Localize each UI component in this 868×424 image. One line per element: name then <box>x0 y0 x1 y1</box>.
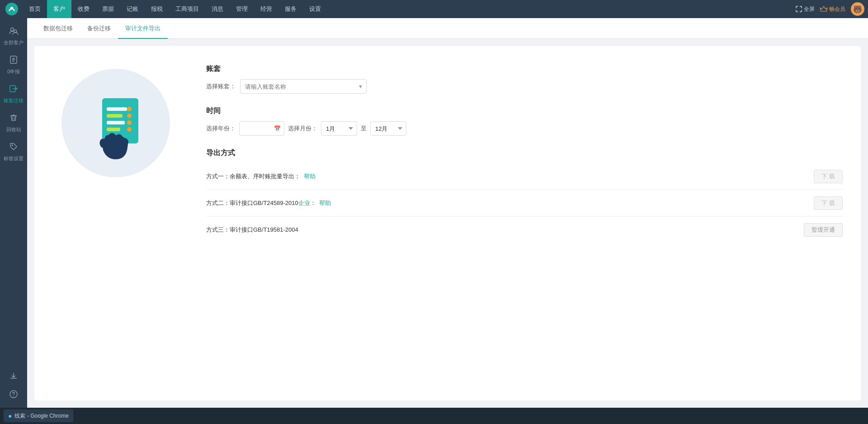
sidebar-item-migrate[interactable]: 账套迁移 <box>0 80 27 109</box>
nav-invoice[interactable]: 票据 <box>96 0 120 18</box>
nav-settings[interactable]: 设置 <box>303 0 327 18</box>
tab-data-migrate[interactable]: 数据包迁移 <box>36 19 80 39</box>
export-method-2-company: 企业 <box>298 200 310 206</box>
sidebar-label-migrate: 账套迁移 <box>4 97 24 104</box>
tag-icon <box>9 142 18 153</box>
export-method-3: 方式三：审计接口GB/T19581-2004 暂缓开通 <box>206 217 843 243</box>
account-select-label: 选择账套： <box>206 82 236 91</box>
sidebar-help-icon[interactable] <box>0 386 27 402</box>
svg-point-2 <box>11 28 14 31</box>
month-select-label: 选择月份： <box>288 124 317 133</box>
export-method-2-suffix: ： <box>310 200 316 206</box>
export-method-3-btn[interactable]: 暂缓开通 <box>804 223 843 237</box>
recycle-icon <box>9 113 18 124</box>
svg-point-14 <box>127 107 132 111</box>
start-month-select[interactable]: 1月2月3月4月 5月6月7月8月 9月10月11月12月 <box>321 121 357 136</box>
nav-operation[interactable]: 经营 <box>254 0 278 18</box>
svg-point-17 <box>127 127 132 132</box>
taskbar-label: 线索 - Google Chrome <box>14 412 68 420</box>
nav-tax[interactable]: 报税 <box>145 0 169 18</box>
nav-manage[interactable]: 管理 <box>230 0 254 18</box>
svg-rect-12 <box>107 121 125 124</box>
end-month-select[interactable]: 1月2月3月4月 5月6月7月8月 9月10月11月12月 <box>370 121 406 136</box>
migrate-icon <box>9 84 18 95</box>
account-form-row: 选择账套： ▼ <box>206 79 843 94</box>
export-method-2: 方式二：审计接口GB/T24589-2010企业： 帮助 下 载 <box>206 190 843 217</box>
taskbar-chrome[interactable]: ● 线索 - Google Chrome <box>4 410 73 422</box>
svg-point-6 <box>12 145 13 146</box>
illustration-circle <box>61 69 170 177</box>
nav-home[interactable]: 首页 <box>23 0 47 18</box>
export-method-1-label: 方式一：余额表、序时账批量导出： 帮助 <box>206 172 316 181</box>
export-method-2-label: 方式二：审计接口GB/T24589-2010企业： 帮助 <box>206 199 331 207</box>
account-section: 账套 选择账套： ▼ <box>206 64 843 94</box>
time-section-title: 时间 <box>206 106 843 116</box>
export-method-2-btn[interactable]: 下 载 <box>814 196 843 210</box>
export-method-1: 方式一：余额表、序时账批量导出： 帮助 下 载 <box>206 163 843 190</box>
account-select-wrapper: ▼ <box>240 79 367 94</box>
sidebar-item-all-clients[interactable]: 全部客户 <box>0 22 27 51</box>
svg-point-1 <box>10 7 13 10</box>
svg-rect-10 <box>107 107 127 111</box>
sidebar-item-tag[interactable]: 标签设置 <box>0 138 27 167</box>
sidebar-item-recycle[interactable]: 回收站 <box>0 109 27 138</box>
sidebar-label-tag: 标签设置 <box>4 155 24 162</box>
nav-client[interactable]: 客户 <box>47 0 71 18</box>
tab-backup-migrate[interactable]: 备份迁移 <box>80 19 118 39</box>
zero-declare-icon <box>9 55 18 67</box>
nav-business[interactable]: 工商项目 <box>169 0 205 18</box>
svg-rect-11 <box>107 114 123 118</box>
nav-right: 全屏 畅会员 🐻 <box>796 2 864 16</box>
page-content: 账套 选择账套： ▼ 时间 选择年份： 202 <box>34 46 861 400</box>
export-section-title: 导出方式 <box>206 148 843 158</box>
user-avatar[interactable]: 🐻 <box>851 2 864 16</box>
fullscreen-btn[interactable]: 全屏 <box>796 5 815 13</box>
nav-service[interactable]: 服务 <box>278 0 303 18</box>
sidebar-item-zero-declare[interactable]: 0申报 <box>0 51 27 80</box>
content-area: 数据包迁移 备份迁移 审计文件导出 <box>27 18 868 408</box>
form-area: 账套 选择账套： ▼ 时间 选择年份： 202 <box>206 60 843 387</box>
main-layout: 全部客户 0申报 账套迁移 <box>0 18 868 408</box>
sidebar-label-recycle: 回收站 <box>6 126 21 133</box>
export-method-2-help[interactable]: 帮助 <box>319 200 331 206</box>
sidebar-bottom <box>0 368 27 408</box>
nav-fee[interactable]: 收费 <box>71 0 96 18</box>
export-method-1-btn[interactable]: 下 载 <box>814 170 843 183</box>
sidebar-download-icon[interactable] <box>0 368 27 384</box>
all-clients-icon <box>9 26 18 38</box>
time-section: 时间 选择年份： 2023 📅 选择月份： 1月2月3月4月 5月6月7月8月 … <box>206 106 843 136</box>
top-nav: 首页 客户 收费 票据 记账 报税 工商项目 消息 管理 经营 服务 设置 全屏… <box>0 0 868 18</box>
year-input[interactable]: 2023 <box>239 121 284 136</box>
svg-point-8 <box>13 395 14 396</box>
nav-items: 首页 客户 收费 票据 记账 报税 工商项目 消息 管理 经营 服务 设置 <box>23 0 796 18</box>
nav-bookkeeping[interactable]: 记账 <box>120 0 145 18</box>
taskbar: ● 线索 - Google Chrome <box>0 408 868 424</box>
sidebar-label-all-clients: 全部客户 <box>4 39 24 46</box>
svg-point-16 <box>127 120 132 125</box>
vip-btn[interactable]: 畅会员 <box>820 5 845 13</box>
year-select-label: 选择年份： <box>206 124 236 133</box>
tab-bar: 数据包迁移 备份迁移 审计文件导出 <box>27 18 868 39</box>
illustration-area <box>52 60 179 387</box>
svg-point-3 <box>14 30 17 33</box>
sidebar: 全部客户 0申报 账套迁移 <box>0 18 27 408</box>
export-method-3-text: 方式三：审计接口GB/T19581-2004 <box>206 226 298 233</box>
tab-audit-export[interactable]: 审计文件导出 <box>118 19 168 39</box>
to-label: 至 <box>361 124 367 133</box>
account-name-input[interactable] <box>240 79 367 94</box>
time-form-row: 选择年份： 2023 📅 选择月份： 1月2月3月4月 5月6月7月8月 9月1… <box>206 121 843 136</box>
nav-message[interactable]: 消息 <box>205 0 230 18</box>
app-logo[interactable] <box>4 1 20 17</box>
account-section-title: 账套 <box>206 64 843 74</box>
svg-point-15 <box>127 114 132 118</box>
export-method-1-text: 方式一：余额表、序时账批量导出： <box>206 173 300 180</box>
sidebar-label-zero-declare: 0申报 <box>7 68 20 75</box>
export-method-1-help[interactable]: 帮助 <box>304 173 316 180</box>
export-method-2-text: 方式二：审计接口GB/T24589-2010 <box>206 200 298 206</box>
export-section: 导出方式 方式一：余额表、序时账批量导出： 帮助 下 载 方式二：审计接口GB/… <box>206 148 843 243</box>
export-method-3-label: 方式三：审计接口GB/T19581-2004 <box>206 226 298 234</box>
svg-rect-13 <box>107 128 120 131</box>
chrome-icon: ● <box>8 412 12 419</box>
